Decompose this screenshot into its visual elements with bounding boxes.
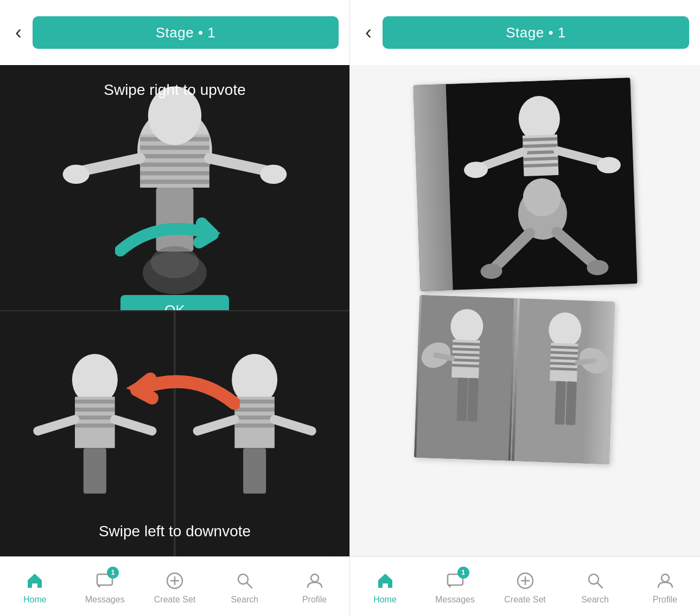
small-photo-card [413, 295, 614, 464]
right-create-set-icon [516, 572, 534, 590]
svg-rect-27 [84, 448, 106, 493]
right-home-icon [376, 572, 394, 590]
svg-rect-21 [75, 400, 115, 403]
swipe-right-text: Swipe right to upvote [104, 81, 246, 99]
tutorial-upper: Swipe right to upvote [0, 65, 349, 310]
svg-rect-75 [467, 378, 479, 422]
svg-rect-5 [140, 154, 209, 158]
profile-icon [306, 572, 324, 590]
left-stage-badge: Stage • 1 [33, 16, 339, 49]
left-search-label: Search [231, 595, 258, 605]
svg-rect-33 [234, 424, 275, 427]
right-back-button[interactable]: ‹ [361, 21, 376, 44]
right-profile-icon-wrap [653, 569, 677, 593]
left-nav-home[interactable]: Home [0, 569, 70, 605]
mime-upper-image [0, 65, 349, 310]
right-messages-label: Messages [435, 595, 475, 605]
right-search-icon [586, 572, 604, 590]
left-home-icon-wrap [23, 569, 47, 593]
svg-rect-29 [234, 397, 275, 448]
large-photo-mime-svg [446, 78, 637, 290]
right-profile-icon [656, 572, 674, 590]
large-photo-card [413, 78, 637, 291]
right-nav-profile[interactable]: Profile [630, 569, 700, 605]
right-nav-messages[interactable]: 1 Messages [420, 569, 490, 605]
left-profile-label: Profile [302, 595, 327, 605]
left-back-button[interactable]: ‹ [11, 21, 26, 44]
right-search-icon-wrap [583, 569, 607, 593]
svg-rect-87 [565, 381, 577, 425]
svg-rect-22 [75, 408, 115, 412]
left-top-bar: ‹ Stage • 1 [0, 0, 349, 65]
svg-rect-74 [456, 377, 468, 421]
right-messages-badge: 1 [457, 567, 469, 579]
tutorial-area: Swipe right to upvote [0, 65, 349, 556]
right-top-bar: ‹ Stage • 1 [350, 0, 700, 65]
svg-line-73 [436, 355, 452, 358]
svg-rect-24 [75, 424, 115, 427]
home-icon [26, 572, 44, 590]
right-nav-search[interactable]: Search [560, 569, 630, 605]
right-home-label: Home [373, 595, 397, 605]
mime-left-half-svg [413, 295, 516, 461]
left-messages-icon-wrap: 1 [93, 569, 117, 593]
right-search-label: Search [581, 595, 609, 605]
svg-rect-23 [75, 415, 115, 419]
svg-rect-30 [234, 400, 275, 403]
svg-rect-20 [75, 397, 115, 448]
right-create-set-icon-wrap [513, 569, 537, 593]
left-search-icon-wrap [233, 569, 257, 593]
right-panel: ‹ Stage • 1 [350, 0, 700, 616]
right-messages-icon-wrap: 1 [443, 569, 467, 593]
right-card-strip [582, 301, 614, 465]
tutorial-lower: Swipe left to downvote [0, 310, 349, 556]
left-bottom-nav: Home 1 Messages Create Set [0, 556, 349, 616]
right-nav-home[interactable]: Home [350, 569, 420, 605]
left-create-set-icon-wrap [163, 569, 187, 593]
svg-line-44 [247, 583, 252, 588]
swipe-right-arrow [115, 207, 234, 267]
left-create-set-label: Create Set [154, 595, 195, 605]
right-nav-create-set[interactable]: Create Set [490, 569, 560, 605]
right-bottom-nav: Home 1 Messages Create Set [350, 556, 700, 616]
photo-left-half [413, 295, 517, 461]
mime-lower-image [0, 311, 349, 556]
svg-point-45 [311, 574, 319, 582]
svg-rect-32 [234, 415, 275, 419]
svg-line-93 [597, 583, 602, 588]
svg-point-12 [63, 165, 90, 184]
search-icon [236, 572, 254, 590]
svg-point-94 [661, 574, 669, 582]
right-create-set-label: Create Set [504, 595, 545, 605]
svg-rect-36 [243, 448, 266, 493]
left-profile-icon-wrap [303, 569, 327, 593]
messages-badge: 1 [107, 567, 119, 579]
create-set-icon [166, 572, 184, 590]
svg-rect-8 [140, 179, 209, 184]
svg-rect-31 [234, 408, 275, 412]
left-panel: ‹ Stage • 1 Swipe right to upvote [0, 0, 350, 616]
swipe-left-arrow [110, 360, 240, 425]
swipe-left-text: Swipe left to downvote [99, 523, 251, 540]
left-nav-messages[interactable]: 1 Messages [70, 569, 140, 605]
right-profile-label: Profile [653, 595, 677, 605]
left-nav-search[interactable]: Search [209, 569, 279, 605]
ok-button[interactable]: OK [120, 295, 229, 310]
left-home-label: Home [23, 595, 47, 605]
svg-rect-6 [140, 163, 209, 167]
left-nav-create-set[interactable]: Create Set [140, 569, 210, 605]
svg-rect-4 [140, 145, 209, 150]
right-stage-badge: Stage • 1 [383, 16, 689, 49]
right-home-icon-wrap [373, 569, 397, 593]
right-content-area [350, 65, 700, 556]
svg-point-13 [260, 165, 287, 184]
left-nav-profile[interactable]: Profile [279, 569, 349, 605]
left-messages-label: Messages [85, 595, 125, 605]
svg-rect-86 [555, 381, 566, 425]
svg-rect-7 [140, 171, 209, 176]
